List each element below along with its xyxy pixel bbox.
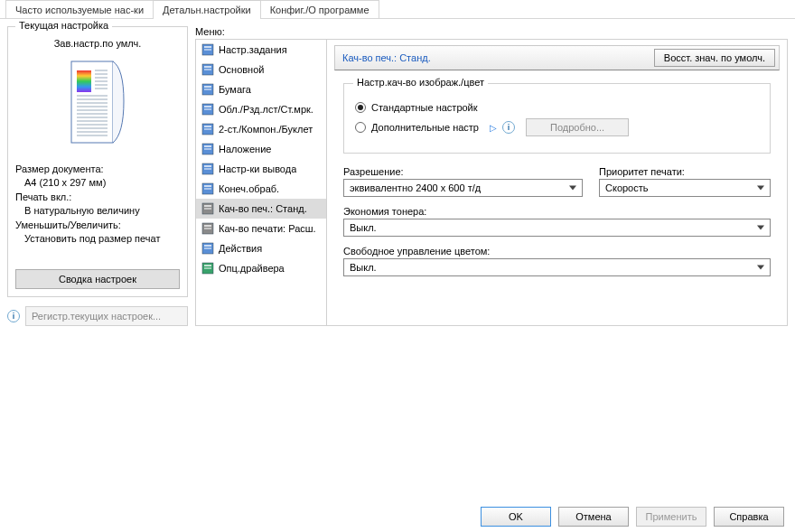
tab-detailed[interactable]: Детальн.настройки xyxy=(153,0,261,19)
svg-rect-52 xyxy=(204,247,211,249)
info-scale-value: Установить под размер печат xyxy=(15,232,180,246)
resolution-label: Разрешение: xyxy=(343,166,583,177)
svg-rect-28 xyxy=(204,89,211,90)
menu-icon xyxy=(201,103,214,116)
svg-rect-30 xyxy=(204,106,211,107)
menu-icon xyxy=(201,83,214,96)
svg-rect-46 xyxy=(204,208,211,210)
svg-rect-37 xyxy=(204,148,211,150)
svg-rect-1 xyxy=(77,70,91,92)
svg-rect-36 xyxy=(204,145,211,147)
menu-label: Меню: xyxy=(195,26,788,37)
info-docsize-label: Размер документа: xyxy=(15,163,180,176)
info-scale-label: Уменьшить/Увеличить: xyxy=(15,219,180,232)
radio-advanced[interactable] xyxy=(355,122,366,133)
menu-item-4[interactable]: 2-ст./Компон./Буклет xyxy=(196,119,326,139)
tab-strip: Часто используемые нас-ки Детальн.настро… xyxy=(0,0,795,19)
menu-item-label: Действия xyxy=(219,243,262,254)
current-preset-name: Зав.настр.по умлч. xyxy=(15,38,180,49)
menu-icon xyxy=(201,222,214,235)
radio-standard-label: Стандартные настройк xyxy=(371,102,478,113)
document-preview-icon xyxy=(15,60,180,146)
svg-rect-45 xyxy=(204,205,211,207)
svg-rect-22 xyxy=(204,49,211,51)
tab-config[interactable]: Конфиг./О программе xyxy=(260,0,379,19)
apply-button: Применить xyxy=(636,507,706,527)
svg-rect-27 xyxy=(204,86,211,88)
svg-rect-49 xyxy=(204,228,211,229)
svg-rect-21 xyxy=(204,46,211,48)
menu-item-label: Кач-во печати: Расш. xyxy=(219,223,316,234)
current-settings-group: Текущая настройка Зав.настр.по умлч. xyxy=(7,26,188,297)
color-label: Свободное управление цветом: xyxy=(343,246,771,257)
radio-advanced-label: Дополнительные настр xyxy=(371,122,479,133)
menu-icon xyxy=(201,63,214,76)
menu-item-label: Обл./Рзд.лст/Ст.мрк. xyxy=(219,104,313,115)
menu-icon xyxy=(201,242,214,255)
resolution-select[interactable]: эквивалентно 2400 x 600 т/д xyxy=(343,179,583,197)
play-icon: ▷ xyxy=(490,123,497,133)
color-select[interactable]: Выкл. xyxy=(343,258,771,276)
menu-icon xyxy=(201,123,214,135)
info-docsize-value: A4 (210 x 297 мм) xyxy=(15,176,180,190)
priority-label: Приоритет печати: xyxy=(599,166,771,177)
detail-title: Кач-во печ.: Станд. xyxy=(339,52,431,63)
menu-item-8[interactable]: Кач-во печ.: Станд. xyxy=(196,199,326,219)
info-icon-small[interactable]: i xyxy=(502,121,515,134)
details-button: Подробно... xyxy=(526,118,629,136)
menu-item-6[interactable]: Настр-ки вывода xyxy=(196,159,326,179)
menu-list[interactable]: Настр.заданияОсновнойБумагаОбл./Рзд.лст/… xyxy=(196,40,327,325)
image-quality-fieldset: Настр.кач-во изображ./цвет Стандартные н… xyxy=(343,83,771,154)
document-info: Размер документа: A4 (210 x 297 мм) Печа… xyxy=(15,163,180,246)
svg-rect-24 xyxy=(204,66,211,68)
help-button[interactable]: Справка xyxy=(714,507,784,527)
menu-item-label: Настр.задания xyxy=(219,44,287,55)
svg-rect-31 xyxy=(204,108,211,110)
dialog-footer: OK Отмена Применить Справка xyxy=(0,507,795,527)
svg-rect-33 xyxy=(204,126,211,127)
menu-item-11[interactable]: Опц.драйвера xyxy=(196,258,326,278)
menu-icon xyxy=(201,202,214,215)
menu-item-label: Бумага xyxy=(219,84,251,95)
priority-select[interactable]: Скорость xyxy=(599,179,771,197)
menu-item-3[interactable]: Обл./Рзд.лст/Ст.мрк. xyxy=(196,99,326,119)
cancel-button[interactable]: Отмена xyxy=(558,507,629,527)
menu-item-label: Наложение xyxy=(219,144,271,154)
toner-select[interactable]: Выкл. xyxy=(343,219,771,237)
info-printon-value: В натуральную величину xyxy=(15,204,180,218)
svg-rect-42 xyxy=(204,185,211,187)
restore-defaults-button[interactable]: Восст. знач. по умолч. xyxy=(654,49,775,67)
menu-item-label: Опц.драйвера xyxy=(219,263,285,274)
menu-item-0[interactable]: Настр.задания xyxy=(196,40,326,60)
svg-rect-55 xyxy=(204,267,211,269)
svg-rect-43 xyxy=(204,188,211,190)
menu-item-7[interactable]: Конеч.обраб. xyxy=(196,179,326,199)
menu-item-5[interactable]: Наложение xyxy=(196,139,326,159)
menu-item-label: Настр-ки вывода xyxy=(219,163,296,174)
menu-item-1[interactable]: Основной xyxy=(196,60,326,79)
register-settings-button[interactable]: Регистр.текущих настроек... xyxy=(25,306,188,326)
menu-item-label: 2-ст./Компон./Буклет xyxy=(219,124,313,135)
svg-rect-25 xyxy=(204,69,211,70)
current-settings-title: Текущая настройка xyxy=(15,20,112,31)
menu-item-label: Основной xyxy=(219,64,264,75)
menu-icon xyxy=(201,262,214,275)
menu-item-10[interactable]: Действия xyxy=(196,238,326,258)
tab-frequent[interactable]: Часто используемые нас-ки xyxy=(5,0,154,19)
menu-item-label: Кач-во печ.: Станд. xyxy=(219,203,307,214)
info-icon: i xyxy=(7,310,20,322)
menu-icon xyxy=(201,182,214,195)
menu-item-2[interactable]: Бумага xyxy=(196,79,326,99)
svg-rect-40 xyxy=(204,168,211,170)
svg-rect-54 xyxy=(204,265,211,266)
svg-rect-51 xyxy=(204,245,211,247)
image-quality-title: Настр.кач-во изображ./цвет xyxy=(353,77,488,88)
toner-label: Экономия тонера: xyxy=(343,206,771,217)
radio-standard[interactable] xyxy=(355,102,366,113)
info-printon-label: Печать вкл.: xyxy=(15,191,180,204)
summary-button[interactable]: Сводка настроек xyxy=(15,269,180,289)
menu-icon xyxy=(201,43,214,56)
ok-button[interactable]: OK xyxy=(481,507,551,527)
menu-item-9[interactable]: Кач-во печати: Расш. xyxy=(196,219,326,238)
svg-rect-34 xyxy=(204,128,211,130)
